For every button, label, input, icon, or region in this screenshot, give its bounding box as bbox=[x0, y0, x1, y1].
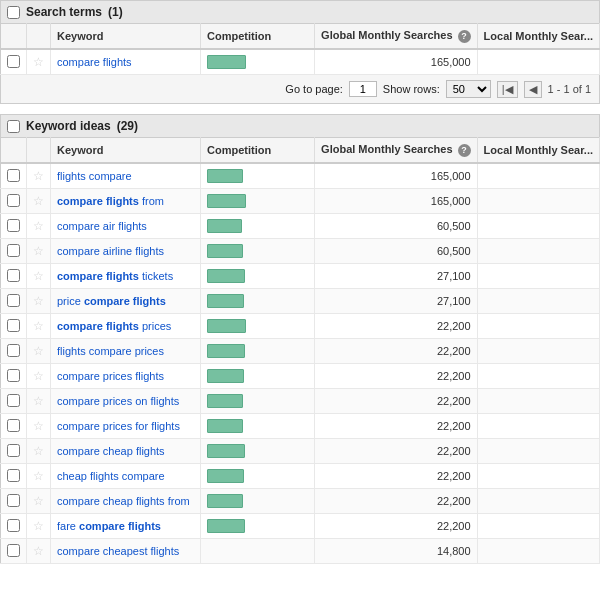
competition-cell bbox=[201, 364, 315, 389]
row-checkbox[interactable] bbox=[7, 219, 20, 232]
competition-cell bbox=[201, 464, 315, 489]
local-monthly-cell bbox=[477, 414, 599, 439]
ki-col-header-star bbox=[27, 138, 51, 164]
keyword-link[interactable]: compare flights bbox=[57, 56, 132, 68]
star-icon[interactable]: ☆ bbox=[33, 444, 44, 458]
row-checkbox[interactable] bbox=[7, 294, 20, 307]
star-icon[interactable]: ☆ bbox=[33, 319, 44, 333]
table-row: ☆compare prices for flights22,200 bbox=[1, 414, 600, 439]
keyword-link[interactable]: compare cheap flights bbox=[57, 445, 165, 457]
keyword-link[interactable]: compare prices for flights bbox=[57, 420, 180, 432]
table-row: ☆compare air flights60,500 bbox=[1, 214, 600, 239]
table-row: ☆flights compare165,000 bbox=[1, 163, 600, 189]
first-page-btn[interactable]: |◀ bbox=[497, 81, 518, 98]
competition-cell bbox=[201, 264, 315, 289]
row-checkbox[interactable] bbox=[7, 319, 20, 332]
global-monthly-cell: 165,000 bbox=[315, 49, 477, 75]
keyword-link[interactable]: compare airline flights bbox=[57, 245, 164, 257]
star-icon[interactable]: ☆ bbox=[33, 344, 44, 358]
row-checkbox[interactable] bbox=[7, 244, 20, 257]
page-input[interactable] bbox=[349, 81, 377, 97]
search-terms-checkbox[interactable] bbox=[7, 6, 20, 19]
row-checkbox[interactable] bbox=[7, 419, 20, 432]
ki-col-header-keyword: Keyword bbox=[51, 138, 201, 164]
ki-col-header-local: Local Monthly Sear... bbox=[477, 138, 599, 164]
row-checkbox[interactable] bbox=[7, 194, 20, 207]
table-row: ☆compare cheap flights22,200 bbox=[1, 439, 600, 464]
star-icon[interactable]: ☆ bbox=[33, 169, 44, 183]
star-icon[interactable]: ☆ bbox=[33, 394, 44, 408]
keyword-ideas-section: Keyword ideas (29) Keyword Competition G… bbox=[0, 114, 600, 564]
rows-select[interactable]: 10 25 50 100 bbox=[446, 80, 491, 98]
competition-cell bbox=[201, 289, 315, 314]
table-row: ☆compare prices flights22,200 bbox=[1, 364, 600, 389]
keyword-link[interactable]: compare flights prices bbox=[57, 320, 171, 332]
row-checkbox[interactable] bbox=[7, 369, 20, 382]
col-header-local: Local Monthly Sear... bbox=[477, 24, 599, 50]
competition-cell bbox=[201, 339, 315, 364]
local-monthly-cell bbox=[477, 289, 599, 314]
ki-global-help-icon[interactable]: ? bbox=[458, 144, 471, 157]
star-icon[interactable]: ☆ bbox=[33, 369, 44, 383]
search-terms-title: Search terms bbox=[26, 5, 102, 19]
star-icon[interactable]: ☆ bbox=[33, 55, 44, 69]
keyword-link[interactable]: compare prices flights bbox=[57, 370, 164, 382]
star-icon[interactable]: ☆ bbox=[33, 419, 44, 433]
table-row: ☆compare flights prices22,200 bbox=[1, 314, 600, 339]
row-checkbox[interactable] bbox=[7, 444, 20, 457]
keyword-link[interactable]: compare air flights bbox=[57, 220, 147, 232]
local-monthly-cell bbox=[477, 339, 599, 364]
competition-cell bbox=[201, 49, 315, 75]
keyword-link[interactable]: compare flights from bbox=[57, 195, 164, 207]
star-icon[interactable]: ☆ bbox=[33, 244, 44, 258]
keyword-link[interactable]: compare cheapest flights bbox=[57, 545, 179, 557]
row-checkbox[interactable] bbox=[7, 469, 20, 482]
star-icon[interactable]: ☆ bbox=[33, 269, 44, 283]
prev-page-btn[interactable]: ◀ bbox=[524, 81, 542, 98]
row-checkbox[interactable] bbox=[7, 519, 20, 532]
keyword-link[interactable]: fare compare flights bbox=[57, 520, 161, 532]
search-terms-section: Search terms (1) Keyword Competition Glo… bbox=[0, 0, 600, 104]
col-header-check bbox=[1, 24, 27, 50]
row-checkbox[interactable] bbox=[7, 269, 20, 282]
star-icon[interactable]: ☆ bbox=[33, 544, 44, 558]
keyword-link[interactable]: price compare flights bbox=[57, 295, 166, 307]
local-monthly-cell bbox=[477, 314, 599, 339]
search-terms-header: Search terms (1) bbox=[0, 0, 600, 23]
keyword-ideas-checkbox[interactable] bbox=[7, 120, 20, 133]
star-icon[interactable]: ☆ bbox=[33, 294, 44, 308]
keyword-link[interactable]: flights compare prices bbox=[57, 345, 164, 357]
star-icon[interactable]: ☆ bbox=[33, 494, 44, 508]
row-checkbox[interactable] bbox=[7, 394, 20, 407]
keyword-link[interactable]: compare flights tickets bbox=[57, 270, 173, 282]
global-help-icon[interactable]: ? bbox=[458, 30, 471, 43]
row-checkbox[interactable] bbox=[7, 55, 20, 68]
star-icon[interactable]: ☆ bbox=[33, 469, 44, 483]
keyword-link[interactable]: cheap flights compare bbox=[57, 470, 165, 482]
col-header-keyword: Keyword bbox=[51, 24, 201, 50]
global-monthly-cell: 22,200 bbox=[315, 389, 477, 414]
row-checkbox[interactable] bbox=[7, 544, 20, 557]
table-row: ☆fare compare flights22,200 bbox=[1, 514, 600, 539]
row-checkbox[interactable] bbox=[7, 169, 20, 182]
row-checkbox[interactable] bbox=[7, 344, 20, 357]
local-monthly-cell bbox=[477, 214, 599, 239]
star-icon[interactable]: ☆ bbox=[33, 194, 44, 208]
competition-cell bbox=[201, 439, 315, 464]
keyword-link[interactable]: compare cheap flights from bbox=[57, 495, 190, 507]
local-monthly-cell bbox=[477, 514, 599, 539]
local-monthly-cell bbox=[477, 539, 599, 564]
table-row: ☆compare flights from165,000 bbox=[1, 189, 600, 214]
keyword-link[interactable]: flights compare bbox=[57, 170, 132, 182]
competition-cell bbox=[201, 539, 315, 564]
global-monthly-cell: 22,200 bbox=[315, 314, 477, 339]
local-monthly-cell bbox=[477, 364, 599, 389]
global-monthly-cell: 22,200 bbox=[315, 514, 477, 539]
star-icon[interactable]: ☆ bbox=[33, 219, 44, 233]
col-header-star bbox=[27, 24, 51, 50]
local-monthly-cell bbox=[477, 464, 599, 489]
row-checkbox[interactable] bbox=[7, 494, 20, 507]
page-info: 1 - 1 of 1 bbox=[548, 83, 591, 95]
star-icon[interactable]: ☆ bbox=[33, 519, 44, 533]
keyword-link[interactable]: compare prices on flights bbox=[57, 395, 179, 407]
